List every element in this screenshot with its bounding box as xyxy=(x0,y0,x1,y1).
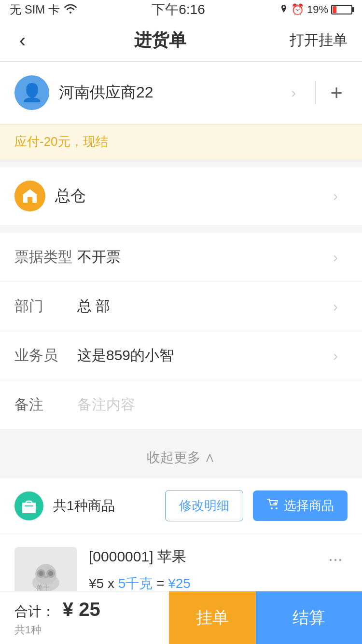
warehouse-row[interactable]: 总仓 › xyxy=(0,167,362,225)
svg-text:兽十: 兽十 xyxy=(36,584,50,591)
carrier-text: 无 SIM 卡 xyxy=(10,2,60,17)
page-title: 进货单 xyxy=(134,28,186,52)
quantity-value: 5千克 xyxy=(118,576,153,591)
product-price: ¥5 x 5千克 = ¥25 xyxy=(89,574,312,593)
warehouse-card: 总仓 › xyxy=(0,167,362,225)
price-multiply: x xyxy=(108,576,118,591)
sales-value: 这是859的小智 xyxy=(77,346,333,365)
sales-label: 业务员 xyxy=(14,346,77,365)
supplier-chevron-icon: › xyxy=(291,84,296,101)
total-label: 合计： xyxy=(14,604,55,619)
select-product-label: 选择商品 xyxy=(284,497,334,514)
supplier-notice: 应付-20元，现结 xyxy=(0,124,362,159)
price-equals: = xyxy=(156,576,168,591)
remark-input[interactable]: 备注内容 xyxy=(77,395,348,415)
svg-rect-4 xyxy=(25,505,33,506)
supplier-avatar: 👤 xyxy=(14,75,49,110)
svg-point-11 xyxy=(39,571,43,576)
product-name: [0000001] 苹果 xyxy=(89,547,312,567)
total-value: ¥25 xyxy=(168,576,191,591)
svg-point-6 xyxy=(276,507,278,509)
main-content: 👤 河南供应商22 › + 应付-20元，现结 总仓 › 票据类型 xyxy=(0,62,362,644)
form-card: 票据类型 不开票 › 部门 总 部 › 业务员 这是859的小智 › 备注 备注… xyxy=(0,233,362,429)
invoice-type-row[interactable]: 票据类型 不开票 › xyxy=(0,233,362,281)
dept-value: 总 部 xyxy=(77,296,333,316)
alarm-icon: ⏰ xyxy=(291,3,304,16)
battery-icon xyxy=(331,5,352,14)
warehouse-icon xyxy=(21,187,39,205)
invoice-label: 票据类型 xyxy=(14,247,77,267)
add-supplier-button[interactable]: + xyxy=(325,81,348,105)
location-icon xyxy=(279,3,288,16)
dept-label: 部门 xyxy=(14,296,77,316)
back-button[interactable]: ‹ xyxy=(14,25,30,56)
warehouse-icon-wrap xyxy=(14,181,45,211)
wifi-icon xyxy=(64,3,77,16)
svg-rect-2 xyxy=(28,197,32,203)
svg-point-5 xyxy=(271,507,273,509)
product-icon-wrap xyxy=(14,491,43,520)
svg-marker-1 xyxy=(22,189,38,195)
invoice-value: 不开票 xyxy=(77,247,333,267)
product-count: 共1种商品 xyxy=(53,497,155,515)
avatar-icon: 👤 xyxy=(21,83,43,103)
product-header: 共1种商品 修改明细 选择商品 xyxy=(0,478,362,533)
price-value: ¥5 xyxy=(89,576,104,591)
status-carrier: 无 SIM 卡 xyxy=(10,2,77,17)
svg-rect-3 xyxy=(22,503,36,513)
dept-chevron-icon: › xyxy=(333,298,338,315)
status-time: 下午6:16 xyxy=(152,0,205,19)
sales-row[interactable]: 业务员 这是859的小智 › xyxy=(0,331,362,380)
supplier-card: 👤 河南供应商22 › + 应付-20元，现结 xyxy=(0,62,362,159)
divider xyxy=(315,81,316,105)
supplier-row[interactable]: 👤 河南供应商22 › + xyxy=(0,62,362,124)
cart-icon xyxy=(266,498,280,513)
product-total-count: 共1种 xyxy=(14,623,154,637)
battery-percent: 19% xyxy=(307,3,328,16)
invoice-chevron-icon: › xyxy=(333,249,338,266)
svg-point-12 xyxy=(48,571,53,576)
hang-order-button[interactable]: 挂单 xyxy=(169,591,256,644)
total-section: 合计： ¥ 25 共1种 xyxy=(0,599,169,637)
total-amount: ¥ 25 xyxy=(63,599,100,620)
open-hang-button[interactable]: 打开挂单 xyxy=(290,30,348,50)
product-info: [0000001] 苹果 ¥5 x 5千克 = ¥25 xyxy=(89,547,312,593)
product-id: [0000001] xyxy=(89,548,153,564)
bottom-bar: 合计： ¥ 25 共1种 挂单 结算 xyxy=(0,591,362,644)
sales-chevron-icon: › xyxy=(333,348,338,364)
product-more-button[interactable]: ··· xyxy=(323,547,348,571)
settle-button[interactable]: 结算 xyxy=(256,591,362,644)
warehouse-chevron-icon: › xyxy=(333,188,338,204)
svg-point-13 xyxy=(43,575,48,578)
nav-bar: ‹ 进货单 打开挂单 xyxy=(0,19,362,62)
product-bag-icon xyxy=(21,498,37,514)
remark-row[interactable]: 备注 备注内容 xyxy=(0,380,362,429)
select-product-button[interactable]: 选择商品 xyxy=(253,490,348,521)
edit-detail-button[interactable]: 修改明细 xyxy=(165,490,243,521)
status-battery-area: ⏰ 19% xyxy=(279,3,352,16)
remark-label: 备注 xyxy=(14,395,77,415)
dept-row[interactable]: 部门 总 部 › xyxy=(0,281,362,331)
supplier-name: 河南供应商22 xyxy=(59,82,291,103)
status-bar: 无 SIM 卡 下午6:16 ⏰ 19% xyxy=(0,0,362,19)
product-title: 苹果 xyxy=(157,548,186,564)
collapse-bar[interactable]: 收起更多 ∧ xyxy=(0,437,362,478)
warehouse-name: 总仓 xyxy=(55,185,333,207)
